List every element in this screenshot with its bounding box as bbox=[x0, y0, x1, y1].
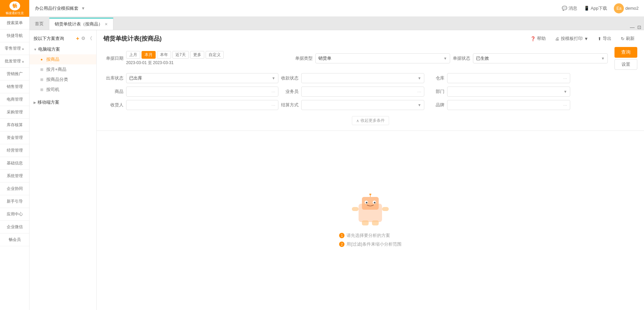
sidebar-nav-item-14[interactable]: 新手引导 bbox=[0, 195, 29, 208]
date-btn-more[interactable]: 更多 bbox=[190, 51, 204, 59]
sidebar-nav-item-12[interactable]: 系统管理 bbox=[0, 170, 29, 183]
date-btn-this-year[interactable]: 本年 bbox=[157, 51, 171, 59]
date-btn-last-month[interactable]: 上月 bbox=[126, 51, 140, 59]
refresh-label: 刷新 bbox=[626, 36, 635, 42]
settings-scheme-button[interactable]: ⚙ bbox=[81, 36, 86, 42]
topbar: 办公用品行业模拟账套 ▼ 💬 消息 📱 App下载 Ea demo2 bbox=[30, 0, 644, 17]
sidebar-nav-item-11[interactable]: 基础信息 bbox=[0, 157, 29, 170]
sidebar-nav-item-16[interactable]: 企业微信 bbox=[0, 221, 29, 234]
sidebar-nav-item-7[interactable]: 采购管理 bbox=[0, 106, 29, 119]
dept-label: 部门 bbox=[424, 89, 444, 95]
query-button[interactable]: 查询 bbox=[614, 47, 637, 58]
filter-item-by-month-goods[interactable]: ⊞ 按月+商品 bbox=[30, 64, 96, 74]
sidebar-nav-item-4[interactable]: 营销推广 bbox=[0, 68, 29, 81]
payment-select[interactable]: ▼ bbox=[301, 100, 424, 110]
sidebar-nav-item-3[interactable]: 批发管理▲ bbox=[0, 55, 29, 68]
settings-button[interactable]: 设置 bbox=[614, 59, 637, 70]
filter-item-label-2: 按月+商品 bbox=[46, 66, 66, 72]
filter-group-desktop-title[interactable]: ▼ 电脑端方案 bbox=[30, 44, 96, 54]
sidebar-nav-arrow-3: ▲ bbox=[21, 60, 24, 63]
app-download-action[interactable]: 📱 App下载 bbox=[584, 5, 607, 11]
item-icon-1: ⊞ bbox=[39, 67, 44, 72]
date-range: 2023-03-01 至 2023-03-31 bbox=[126, 60, 292, 66]
receipt-status-field: 收款状态 ▼ bbox=[278, 73, 424, 83]
print-button[interactable]: 🖨 按模板打印 ▼ bbox=[552, 34, 591, 43]
sidebar-nav-item-17[interactable]: 畅会员 bbox=[0, 234, 29, 246]
tip-text-1: 请先选择要分析的方案 bbox=[346, 232, 390, 239]
sidebar-nav-item-2[interactable]: 零售管理▲ bbox=[0, 42, 29, 55]
filter-item-by-category[interactable]: ⊞ 按商品分类 bbox=[30, 74, 96, 85]
sidebar-nav-item-9[interactable]: 资金管理 bbox=[0, 132, 29, 144]
sidebar-nav-item-0[interactable]: 搜索菜单 bbox=[0, 17, 29, 30]
staff-select[interactable]: ··· bbox=[301, 87, 424, 97]
payment-arrow-icon: ▼ bbox=[418, 103, 421, 107]
empty-tip-2: 2 用[过滤]条件来缩小分析范围 bbox=[339, 241, 401, 247]
brand-field: 品牌 ··· bbox=[424, 100, 570, 110]
filter-item-label: 按商品 bbox=[46, 56, 59, 62]
user-profile[interactable]: Ea demo2 bbox=[614, 3, 639, 13]
add-scheme-button[interactable]: + bbox=[76, 36, 79, 42]
doc-status-arrow-icon: ▼ bbox=[601, 56, 605, 60]
recipient-select[interactable]: ··· bbox=[126, 100, 278, 110]
empty-tip-1: 1 请先选择要分析的方案 bbox=[339, 232, 401, 239]
tab-maximize-icon[interactable]: ⊡ bbox=[637, 24, 641, 30]
logo-icon: 畅 bbox=[9, 1, 20, 10]
doc-status-select[interactable]: 已生效 ▼ bbox=[473, 53, 608, 63]
brand-dots[interactable]: ··· bbox=[563, 102, 567, 108]
goods-select[interactable]: ··· bbox=[126, 87, 278, 97]
message-action[interactable]: 💬 消息 bbox=[562, 5, 577, 11]
goods-dots[interactable]: ··· bbox=[271, 89, 275, 94]
filter-row-3: 商品 ··· 业务员 ··· bbox=[103, 87, 637, 97]
collapse-label: 收起更多条件 bbox=[361, 118, 385, 123]
tab-report[interactable]: 销货单统计表（按商品） ✕ bbox=[49, 18, 113, 30]
doc-type-label: 单据类型 bbox=[292, 55, 313, 61]
payment-field: 结算方式 ▼ bbox=[278, 100, 424, 110]
empty-svg bbox=[350, 194, 390, 227]
tab-home[interactable]: 首页 bbox=[30, 18, 49, 30]
sidebar-nav-item-1[interactable]: 快捷导航 bbox=[0, 30, 29, 42]
receipt-status-label: 收款状态 bbox=[278, 75, 299, 81]
warehouse-select[interactable]: ··· bbox=[447, 73, 570, 83]
sidebar-nav-item-10[interactable]: 经营管理 bbox=[0, 144, 29, 157]
filter-group-mobile-title[interactable]: ▶ 移动端方案 bbox=[30, 97, 96, 107]
sidebar-nav-item-15[interactable]: 应用中心 bbox=[0, 208, 29, 221]
logo: 畅 畅捷通好生意 bbox=[0, 0, 29, 17]
filter-item-label-3: 按商品分类 bbox=[46, 76, 68, 83]
staff-dots[interactable]: ··· bbox=[417, 89, 421, 94]
out-status-label: 出库状态 bbox=[103, 75, 123, 81]
warehouse-label: 仓库 bbox=[424, 75, 444, 81]
export-button[interactable]: ⬆ 导出 bbox=[595, 34, 614, 43]
recipient-field: 收货人 ··· bbox=[103, 100, 278, 110]
collapse-button[interactable]: ∧ 收起更多条件 bbox=[352, 116, 389, 125]
doc-type-arrow-icon: ▼ bbox=[443, 56, 447, 60]
sidebar-nav-item-8[interactable]: 库存核算 bbox=[0, 119, 29, 132]
sidebar-nav-item-5[interactable]: 销售管理 bbox=[0, 81, 29, 93]
tab-minimize-icon[interactable]: — bbox=[630, 24, 635, 30]
dept-select[interactable]: ▼ bbox=[447, 87, 570, 97]
date-btn-7days[interactable]: 近7天 bbox=[172, 51, 189, 59]
tab-close-icon[interactable]: ✕ bbox=[105, 22, 108, 27]
filter-item-by-goods[interactable]: ● 按商品 bbox=[30, 54, 96, 64]
receipt-status-select[interactable]: ▼ bbox=[301, 73, 424, 83]
recipient-dots[interactable]: ··· bbox=[271, 102, 275, 108]
message-icon: 💬 bbox=[562, 6, 567, 11]
filter-row-4: 收货人 ··· 结算方式 ▼ bbox=[103, 100, 637, 110]
date-field: 单据日期 上月 本月 本年 近7天 更多 自定义 2023-03-01 至 20… bbox=[103, 51, 292, 66]
sidebar-nav-item-6[interactable]: 电商管理 bbox=[0, 93, 29, 106]
collapse-sidebar-button[interactable]: 《 bbox=[88, 36, 92, 42]
date-btn-this-month[interactable]: 本月 bbox=[142, 51, 156, 59]
svg-point-7 bbox=[369, 194, 371, 195]
warehouse-dots[interactable]: ··· bbox=[563, 75, 567, 81]
doc-type-select[interactable]: 销货单 ▼ bbox=[315, 53, 450, 63]
brand-control: ··· bbox=[447, 100, 570, 110]
refresh-button[interactable]: ↻ 刷新 bbox=[618, 34, 637, 43]
sidebar-nav-item-13[interactable]: 企业协同 bbox=[0, 183, 29, 195]
out-status-select[interactable]: 已出库 ▼ bbox=[126, 73, 278, 83]
help-button[interactable]: ❓ 帮助 bbox=[528, 34, 548, 43]
filter-item-by-driver[interactable]: ⊞ 按司机 bbox=[30, 85, 96, 95]
workspace-dropdown[interactable]: ▼ bbox=[81, 6, 85, 11]
print-label: 按模板打印 bbox=[561, 36, 583, 42]
topbar-left: 办公用品行业模拟账套 ▼ bbox=[35, 5, 85, 11]
date-btn-custom[interactable]: 自定义 bbox=[206, 51, 224, 59]
brand-select[interactable]: ··· bbox=[447, 100, 570, 110]
